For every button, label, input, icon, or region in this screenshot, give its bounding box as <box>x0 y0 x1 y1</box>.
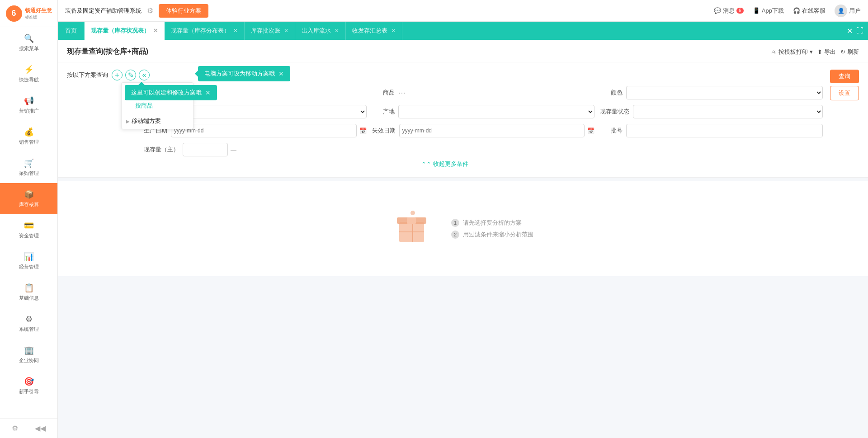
empty-hint-2: 2 用过滤条件来缩小分析范围 <box>451 231 533 239</box>
tab-expand-icon[interactable]: ⛶ <box>856 27 863 35</box>
color-label: 颜色 <box>600 89 623 97</box>
origin-select[interactable] <box>398 105 595 118</box>
tab-close-all-icon[interactable]: ✕ <box>847 27 853 35</box>
sidebar-item-guide[interactable]: 🎯 新手引导 <box>0 370 57 401</box>
tab-close-inventory-dist[interactable]: ✕ <box>233 28 238 34</box>
search-btn-group: 查询 设置 <box>830 70 859 100</box>
production-date-input[interactable] <box>171 124 357 137</box>
header-settings-icon[interactable]: ⚙ <box>147 6 153 15</box>
edit-scheme-button[interactable]: ✎ <box>125 70 136 80</box>
tab-inventory-dist[interactable]: 现存量（库存分布表） ✕ <box>165 22 245 40</box>
empty-hint-1-text: 请先选择要分析的方案 <box>463 219 522 227</box>
collapse-sidebar-icon[interactable]: ◀◀ <box>35 424 46 433</box>
search-button[interactable]: 查询 <box>830 70 859 83</box>
color-select[interactable] <box>626 86 823 99</box>
range-separator: — <box>231 146 236 153</box>
sidebar-item-basic[interactable]: 📋 基础信息 <box>0 277 57 308</box>
tab-close-batch[interactable]: ✕ <box>284 28 288 34</box>
scheme-tree-desktop-sub-item[interactable]: 按商品 <box>131 98 193 113</box>
refresh-button[interactable]: ↻ 刷新 <box>840 48 859 56</box>
svg-rect-2 <box>407 217 416 224</box>
create-scheme-tooltip-wrap: 这里可以创建和修改方案哦 ✕ <box>125 85 217 100</box>
tab-recv-summary-label: 收发存汇总表 <box>352 27 387 35</box>
app-download-action[interactable]: 📱 App下载 <box>753 7 784 15</box>
tab-inventory-status-label: 现存量（库存状况表） <box>91 27 150 35</box>
filter-section: 按以下方案查询 ＋ ✎ « 电脑方案可设为移动方案哦 ✕ <box>58 62 868 178</box>
print-chevron-icon: ▾ <box>810 48 813 55</box>
enterprise-icon: 🏢 <box>24 345 34 355</box>
page-actions: 🖨 按模板打印 ▾ ⬆ 导出 ↻ 刷新 <box>771 48 859 61</box>
tab-io-flow[interactable]: 出入库流水 ✕ <box>295 22 346 40</box>
sidebar-item-search[interactable]: 🔍 搜索菜单 <box>0 27 57 58</box>
tab-close-inventory-status[interactable]: ✕ <box>153 28 158 34</box>
create-scheme-tooltip-text: 这里可以创建和修改方案哦 <box>131 89 202 97</box>
inventory-range-min[interactable] <box>183 143 228 156</box>
export-button[interactable]: ⬆ 导出 <box>817 48 836 56</box>
sidebar-item-enterprise[interactable]: 🏢 企业协同 <box>0 339 57 370</box>
sidebar-item-marketing[interactable]: 📢 营销推广 <box>0 89 57 121</box>
reset-button[interactable]: 设置 <box>830 86 859 100</box>
filter-header: 按以下方案查询 ＋ ✎ « 电脑方案可设为移动方案哦 ✕ <box>67 70 823 80</box>
scheme-mobile-label: 移动端方案 <box>132 117 161 125</box>
scheme-tree-mobile[interactable]: ▶ 移动端方案 <box>122 113 193 129</box>
desktop-scheme-tooltip-close[interactable]: ✕ <box>278 70 284 77</box>
sidebar-item-finance[interactable]: 💳 资金管理 <box>0 214 57 245</box>
tab-batch-account[interactable]: 库存批次账 ✕ <box>245 22 295 40</box>
collapse-chevron-icon: ⌃⌃ <box>421 161 431 168</box>
tab-close-recv[interactable]: ✕ <box>391 28 396 34</box>
expiry-date-input[interactable] <box>399 124 585 137</box>
production-date-calendar-icon[interactable]: 📅 <box>359 127 367 134</box>
scheme-tree-desktop-sub: 按商品 <box>122 98 193 113</box>
collapse-label: 收起更多条件 <box>433 160 468 168</box>
avatar: 👤 <box>835 5 847 17</box>
left-arrow-button[interactable]: « <box>139 70 150 80</box>
sidebar-item-purchase[interactable]: 🛒 采购管理 <box>0 152 57 183</box>
hint-num-1: 1 <box>451 219 459 227</box>
desktop-scheme-tooltip: 电脑方案可设为移动方案哦 ✕ <box>198 66 290 81</box>
collapse-button[interactable]: ⌃⌃ 收起更多条件 <box>421 160 468 168</box>
sidebar-item-quicknav[interactable]: ⚡ 快捷导航 <box>0 58 57 89</box>
goods-dots[interactable]: ⋯ <box>398 89 406 97</box>
sidebar-nav: 🔍 搜索菜单 ⚡ 快捷导航 📢 营销推广 💰 销售管理 🛒 采购管理 📦 <box>0 27 57 418</box>
print-template-button[interactable]: 🖨 按模板打印 ▾ <box>771 48 813 56</box>
user-action[interactable]: 👤 用户 <box>835 5 861 17</box>
sidebar-item-sales[interactable]: 💰 销售管理 <box>0 121 57 152</box>
message-label: 消息 <box>723 7 735 15</box>
goods-field: 商品 ⋯ <box>372 86 595 99</box>
system-title: 装备及固定资产辅助管理系统 <box>65 7 142 15</box>
empty-box-svg <box>392 208 433 249</box>
online-support-action[interactable]: 🎧 在线客服 <box>793 7 826 15</box>
tab-inventory-dist-label: 现存量（库存分布表） <box>171 27 230 35</box>
sidebar: 6 畅通好生意 标准版 🔍 搜索菜单 ⚡ 快捷导航 📢 营销推广 💰 销售管理 <box>0 0 58 438</box>
expiry-date-input-wrap: 📅 <box>399 124 595 137</box>
expiry-date-calendar-icon[interactable]: 📅 <box>587 127 594 134</box>
desktop-scheme-tooltip-wrap: 电脑方案可设为移动方案哦 ✕ <box>198 66 290 81</box>
tab-close-io[interactable]: ✕ <box>335 28 339 34</box>
tab-home[interactable]: 首页 <box>58 22 85 40</box>
inventory-state-select[interactable] <box>633 105 823 118</box>
message-action[interactable]: 💬 消息 6 <box>714 7 744 15</box>
experience-button[interactable]: 体验行业方案 <box>159 4 208 18</box>
desktop-scheme-tooltip-text: 电脑方案可设为移动方案哦 <box>204 70 275 78</box>
sidebar-item-inventory[interactable]: 📦 库存核算 <box>0 183 57 214</box>
page-content: 现存量查询(按仓库+商品) 🖨 按模板打印 ▾ ⬆ 导出 ↻ 刷新 <box>58 40 868 438</box>
sales-icon: 💰 <box>24 127 34 137</box>
add-scheme-button[interactable]: ＋ <box>112 70 123 80</box>
svg-point-5 <box>410 211 415 215</box>
size-select[interactable] <box>170 105 367 118</box>
batch-input[interactable] <box>626 124 823 137</box>
sidebar-item-system[interactable]: ⚙ 系统管理 <box>0 308 57 339</box>
message-icon: 💬 <box>714 7 721 14</box>
tab-bar: 首页 现存量（库存状况表） ✕ 现存量（库存分布表） ✕ 库存批次账 ✕ 出入库… <box>58 22 868 40</box>
tab-recv-summary[interactable]: 收发存汇总表 ✕ <box>346 22 402 40</box>
user-label: 用户 <box>849 7 861 15</box>
support-icon: 🎧 <box>793 7 800 14</box>
inventory-state-label: 现存量状态 <box>600 108 629 116</box>
create-scheme-tooltip-close[interactable]: ✕ <box>205 89 211 96</box>
settings-bottom-icon[interactable]: ⚙ <box>12 424 18 433</box>
tree-toggle-mobile: ▶ <box>126 119 130 124</box>
logo-icon: 6 <box>6 5 22 22</box>
tab-inventory-status[interactable]: 现存量（库存状况表） ✕ <box>85 22 165 40</box>
operations-icon: 📊 <box>24 252 34 262</box>
sidebar-item-operations[interactable]: 📊 经营管理 <box>0 245 57 277</box>
